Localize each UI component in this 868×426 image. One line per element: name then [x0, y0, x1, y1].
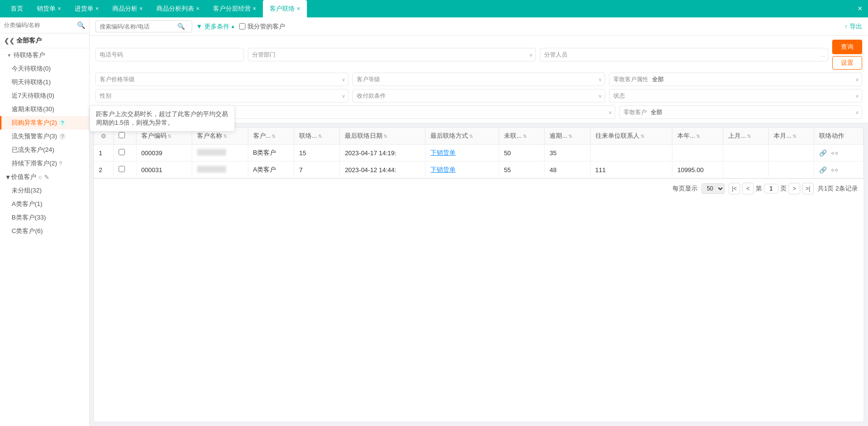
table-container: ⚙ 客户编码⇅ 客户名称⇅ 客户...⇅ 联络...⇅ 最后联络日期⇅ 最后联络… — [93, 127, 864, 422]
nav-customer-contact[interactable]: 客户联络 × — [263, 0, 307, 17]
nav-sales-order[interactable]: 销货单 × — [30, 0, 68, 17]
next-page-btn[interactable]: > — [789, 183, 800, 194]
tree-item-tomorrow-pending[interactable]: 明天待联络(1) — [0, 75, 89, 89]
refresh-icon[interactable]: ○ — [38, 174, 42, 181]
row2-uncontacted: 55 — [499, 162, 544, 178]
price-level-field[interactable]: 客户价格等级 ∨ — [95, 73, 349, 86]
window-close-icon[interactable]: × — [858, 4, 862, 13]
sort-icon-method[interactable]: ⇅ — [469, 133, 473, 139]
nav-customer-stratify[interactable]: 客户分层经营 × — [206, 0, 263, 17]
first-page-btn[interactable]: |< — [729, 183, 740, 194]
tree-item-a-class[interactable]: A类客户(1) — [0, 197, 89, 211]
nav-home[interactable]: 首页 — [4, 0, 30, 17]
table-row: 1 000039 B类客户 15 2023-04-17 14:19: 下销货单 … — [94, 145, 864, 162]
sort-icon-uncontact[interactable]: ⇅ — [523, 133, 527, 139]
status-field[interactable]: 状态 ∨ — [609, 89, 862, 103]
retail-attr-field[interactable]: 零散客户属性 全部 ∨ — [609, 73, 862, 86]
filter-bar: 🔍 ▼ 更多条件 ▲ 我分管的客户 ↑ 导出 — [90, 17, 868, 36]
payment-field[interactable]: 收付款条件 ∨ — [352, 89, 606, 103]
row2-select-checkbox[interactable] — [119, 166, 125, 172]
customer-type-arrow: ∨ — [609, 110, 612, 115]
row2-this-month — [769, 162, 814, 178]
sidebar-tree: ▼ 待联络客户 今天待联络(0) 明天待联络(1) 近7天待联络(0) 逾期未联… — [0, 48, 89, 426]
sort-icon-contact[interactable]: ⇅ — [318, 133, 322, 139]
last-page-btn[interactable]: >| — [802, 183, 814, 194]
my-customer-checkbox[interactable] — [239, 23, 245, 29]
main-layout: 🔍 ❮❮ 全部客户 ▼ 待联络客户 今天待联络(0) 明天待联络(1) 近7天待… — [0, 17, 868, 426]
nav-product-analysis-close[interactable]: × — [139, 5, 143, 12]
row2-method-link[interactable]: 下销货单 — [430, 166, 456, 173]
search-icon[interactable]: 🔍 — [177, 23, 185, 30]
search-input[interactable] — [100, 23, 177, 30]
nav-customer-stratify-close[interactable]: × — [253, 5, 256, 12]
settings-button[interactable]: 设置 — [832, 56, 862, 70]
sidebar-search-bar: 🔍 — [0, 17, 89, 33]
tree-item-overdue-pending[interactable]: 逾期未联络(30) — [0, 103, 89, 116]
tree-item-c-class[interactable]: C类客户(6) — [0, 224, 89, 238]
edit-icon[interactable]: ✎ — [44, 174, 49, 181]
tree-item-7days-pending[interactable]: 近7天待联络(0) — [0, 89, 89, 103]
row2-grid-icon[interactable]: ⋄⋄ — [831, 166, 838, 174]
sort-icon-year[interactable]: ⇅ — [696, 133, 700, 139]
row2-last-method: 下销货单 — [426, 162, 499, 178]
export-btn[interactable]: ↑ 导出 — [845, 22, 863, 31]
nav-product-analysis[interactable]: 商品分析 × — [106, 0, 150, 17]
retail-customer-arrow: ∨ — [855, 110, 859, 115]
page-size-select[interactable]: 50 — [701, 183, 725, 194]
tree-item-lost-warn[interactable]: 流失预警客户(3) ? — [0, 130, 89, 143]
tree-item-lost[interactable]: 已流失客户(24) — [0, 143, 89, 157]
query-button[interactable]: 查询 — [832, 40, 862, 54]
row2-link-icon[interactable]: 🔗 — [819, 166, 827, 174]
nav-purchase-order[interactable]: 进货单 × — [68, 0, 106, 17]
row1-last-method: 下销货单 — [426, 145, 499, 162]
phone-field[interactable]: 电话号码 — [95, 48, 244, 61]
select-all-checkbox[interactable] — [119, 132, 125, 138]
dept-field[interactable]: 分管部门 ∨ — [248, 48, 536, 61]
row2-contact-count: 7 — [294, 162, 340, 178]
manager-field[interactable]: 分管人员 ... — [540, 48, 828, 61]
sort-icon-unit[interactable]: ⇅ — [640, 133, 644, 139]
sort-icon-overdue[interactable]: ⇅ — [568, 133, 572, 139]
row1-select-checkbox[interactable] — [119, 149, 125, 155]
sort-icon-thismonth[interactable]: ⇅ — [792, 133, 796, 139]
sidebar-search-input[interactable] — [4, 22, 77, 29]
row1-method-link[interactable]: 下销货单 — [430, 149, 456, 156]
row1-grid-icon[interactable]: ⋄⋄ — [831, 149, 838, 157]
sort-icon-lastmonth[interactable]: ⇅ — [747, 133, 751, 139]
customer-level-field[interactable]: 客户等级 ∨ — [352, 73, 606, 86]
tree-item-continuous-down[interactable]: 持续下滑客户(2) ? — [0, 157, 89, 170]
col-unit-contact: 往来单位联系人⇅ — [590, 128, 672, 145]
sort-icon-date[interactable]: ⇅ — [383, 133, 387, 139]
more-conditions-btn[interactable]: ▼ 更多条件 ▲ — [196, 22, 235, 31]
collapse-icon[interactable]: ❮❮ — [4, 37, 15, 44]
dept-field-arrow: ∨ — [529, 52, 533, 58]
nav-purchase-order-close[interactable]: × — [95, 5, 99, 12]
page-number-input[interactable] — [764, 184, 778, 193]
gender-field[interactable]: 性别 ∨ — [95, 89, 349, 103]
sort-icon-code[interactable]: ⇅ — [168, 133, 171, 139]
sidebar: 🔍 ❮❮ 全部客户 ▼ 待联络客户 今天待联络(0) 明天待联络(1) 近7天待… — [0, 17, 90, 426]
sort-icon-name[interactable]: ⇅ — [223, 133, 227, 139]
table-row: 2 000031 A类客户 7 2023-04-12 14:44: 下销货单 5… — [94, 162, 864, 178]
row1-action-icons: 🔗 ⋄⋄ — [819, 149, 858, 157]
retail-customer-field[interactable]: 零散客户 全部 ∨ — [619, 105, 862, 119]
nav-product-analysis-list[interactable]: 商品分析列表 × — [150, 0, 206, 17]
nav-product-analysis-list-close[interactable]: × — [196, 5, 199, 12]
sort-icon-type[interactable]: ⇅ — [272, 133, 275, 139]
tree-item-today-pending[interactable]: 今天待联络(0) — [0, 62, 89, 75]
sidebar-search-icon[interactable]: 🔍 — [77, 21, 85, 29]
tree-item-repurchase-abnormal[interactable]: 回购异常客户(2) ? — [0, 116, 89, 130]
col-overdue: 逾期...⇅ — [545, 128, 590, 145]
col-last-contact-method: 最后联络方式⇅ — [426, 128, 499, 145]
tree-value-customer-group[interactable]: ▼ 价值客户 ○ ✎ — [0, 170, 89, 184]
nav-customer-contact-close[interactable]: × — [297, 5, 300, 12]
row1-link-icon[interactable]: 🔗 — [819, 149, 827, 157]
tree-pending-contact-group[interactable]: ▼ 待联络客户 — [0, 48, 89, 62]
prev-page-btn[interactable]: < — [742, 183, 754, 194]
arrow-icon: ▼ — [7, 53, 12, 58]
row2-action-icons: 🔗 ⋄⋄ — [819, 166, 858, 174]
nav-sales-order-close[interactable]: × — [58, 5, 61, 12]
tree-item-b-class[interactable]: B类客户(33) — [0, 211, 89, 224]
content-area: 🔍 ▼ 更多条件 ▲ 我分管的客户 ↑ 导出 电话号码 — [90, 17, 868, 426]
tree-item-ungrouped[interactable]: 未分组(32) — [0, 184, 89, 197]
